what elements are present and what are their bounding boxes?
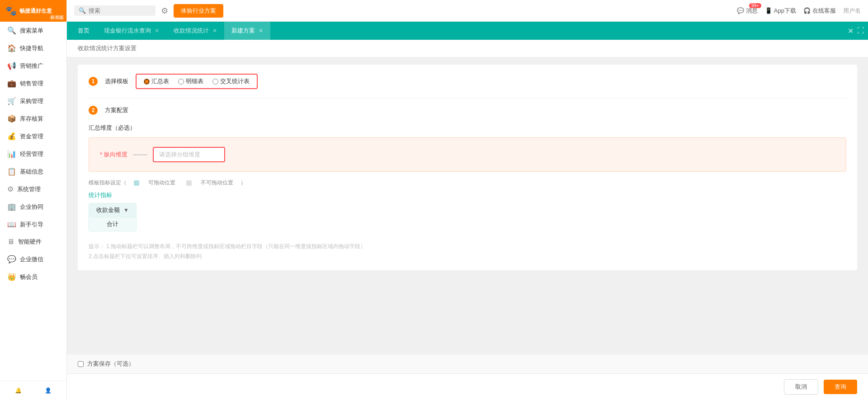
- breadcrumb: 收款情况统计方案设置: [67, 40, 868, 57]
- cancel-button[interactable]: 取消: [784, 379, 818, 395]
- metrics-header: 收款金额 ▼: [89, 203, 136, 217]
- metrics-section: 模板指标设定（ 可拖动位置 不可拖动位置 ） 统计指标 收款金额 ▼: [89, 179, 846, 233]
- save-label: 方案保存（可选）: [87, 360, 134, 368]
- step1-row: 1 选择模板 汇总表 明细表 交叉统计表: [89, 74, 846, 89]
- sidebar-item-guide[interactable]: 📖 新手引导: [0, 216, 66, 233]
- sidebar-label-finance: 资金管理: [20, 132, 43, 141]
- gear-button[interactable]: ⚙: [161, 6, 168, 16]
- sidebar-label-system: 系统管理: [17, 185, 41, 193]
- management-icon: 📊: [7, 150, 16, 158]
- sidebar-item-purchase[interactable]: 🛒 采购管理: [0, 92, 66, 110]
- home-icon: 🏠: [7, 44, 16, 52]
- sidebar-item-search[interactable]: 🔍 搜索菜单: [0, 22, 66, 39]
- sidebar-item-basic[interactable]: 📋 基础信息: [0, 163, 66, 180]
- search-icon: 🔍: [7, 26, 16, 35]
- nav-tabs: 首页 现金银行流水查询 ✕ 收款情况统计 ✕ 新建方案 ✕ ✕ ⛶: [67, 22, 868, 40]
- radio-detail-label: 明细表: [186, 77, 203, 85]
- vertical-label: * 纵向维度: [100, 151, 127, 159]
- sidebar-item-finance[interactable]: 💰 资金管理: [0, 127, 66, 145]
- sidebar-footer: 🔔 👤: [0, 381, 66, 400]
- dimension-row: * 纵向维度 —— 请选择分组维度: [100, 147, 835, 162]
- download-label: App下载: [774, 7, 796, 15]
- main-area: 🔍 ⚙ 体验行业方案 💬 消息 99+ 📱 App下载 🎧 在线客服 用户名 首…: [67, 0, 868, 400]
- metrics-label: 统计指标: [89, 191, 846, 199]
- radio-detail[interactable]: 明细表: [178, 77, 203, 85]
- legend-close: ）: [241, 179, 246, 187]
- sidebar-label-management: 经营管理: [20, 150, 43, 158]
- sidebar-label-search: 搜索菜单: [20, 27, 43, 35]
- step2-label: 方案配置: [105, 106, 128, 114]
- marketing-icon: 📢: [7, 61, 16, 70]
- dimension-arrow: ——: [133, 151, 147, 159]
- sidebar-footer-notification[interactable]: 🔔: [4, 385, 33, 396]
- radio-summary[interactable]: 汇总表: [144, 77, 169, 85]
- divider1: [89, 98, 846, 99]
- sidebar-label-home: 快捷导航: [20, 44, 43, 52]
- basic-icon: 📋: [7, 167, 16, 176]
- notification-badge: 99+: [749, 3, 761, 8]
- sidebar-item-hardware[interactable]: 🖥 智能硬件: [0, 233, 66, 250]
- guide-icon: 📖: [7, 220, 16, 229]
- sidebar-label-purchase: 采购管理: [20, 97, 43, 105]
- save-checkbox[interactable]: [78, 361, 84, 367]
- sidebar-item-wechat[interactable]: 💬 企业微信: [0, 250, 66, 268]
- tab-collection[interactable]: 收款情况统计 ✕: [166, 22, 224, 40]
- nav-tabs-actions: ✕ ⛶: [848, 27, 864, 35]
- tab-collection-label: 收款情况统计: [174, 27, 209, 35]
- topbar: 🔍 ⚙ 体验行业方案 💬 消息 99+ 📱 App下载 🎧 在线客服 用户名: [67, 0, 868, 22]
- section-card: 1 选择模板 汇总表 明细表 交叉统计表: [78, 65, 857, 270]
- metrics-table: 收款金额 ▼ 合计: [89, 203, 137, 231]
- sidebar-item-enterprise[interactable]: 🏢 企业协同: [0, 198, 66, 216]
- search-box[interactable]: 🔍: [74, 5, 156, 16]
- metrics-dropdown-icon[interactable]: ▼: [123, 207, 129, 213]
- tab-new-plan-close[interactable]: ✕: [259, 28, 263, 34]
- sidebar-footer-user[interactable]: 👤: [33, 385, 63, 396]
- dimension-config: 汇总维度（必选） * 纵向维度 —— 请选择分组维度 模: [89, 124, 846, 261]
- dimension-area: * 纵向维度 —— 请选择分组维度: [89, 137, 846, 172]
- sidebar-item-member[interactable]: 👑 畅会员: [0, 268, 66, 286]
- sidebar: 🐾 畅捷通好生意 标准版 🔍 搜索菜单 🏠 快捷导航 📢 营销推广 💼 销售管理…: [0, 0, 67, 400]
- purchase-icon: 🛒: [7, 97, 16, 105]
- trial-button[interactable]: 体验行业方案: [174, 4, 223, 18]
- tab-bank-flow-close[interactable]: ✕: [155, 28, 159, 34]
- enterprise-icon: 🏢: [7, 202, 16, 211]
- tab-bank-flow-label: 现金银行流水查询: [104, 27, 151, 35]
- tip-row-2: 2.点击标题栏下拉可设置排序、插入列和删除列: [89, 252, 846, 262]
- tab-collection-close[interactable]: ✕: [212, 28, 217, 34]
- tab-home[interactable]: 首页: [71, 22, 97, 40]
- sidebar-label-marketing: 营销推广: [20, 62, 43, 70]
- step1-label: 选择模板: [105, 77, 128, 85]
- hardware-icon: 🖥: [7, 238, 14, 246]
- nav-close-icon[interactable]: ✕: [848, 27, 854, 35]
- sidebar-item-management[interactable]: 📊 经营管理: [0, 145, 66, 163]
- dimension-select[interactable]: 请选择分组维度: [153, 147, 225, 162]
- search-input[interactable]: [89, 7, 143, 14]
- app-name: 畅捷通好生意: [19, 8, 52, 14]
- tab-new-plan-label: 新建方案: [231, 27, 255, 35]
- sidebar-item-sales[interactable]: 💼 销售管理: [0, 75, 66, 92]
- tab-bank-flow[interactable]: 现金银行流水查询 ✕: [97, 22, 166, 40]
- radio-cross[interactable]: 交叉统计表: [212, 77, 250, 85]
- download-button[interactable]: 📱 App下载: [765, 7, 796, 15]
- download-icon: 📱: [765, 7, 772, 14]
- service-button[interactable]: 🎧 在线客服: [803, 7, 836, 15]
- logo-icon: 🐾: [5, 5, 17, 16]
- query-button[interactable]: 查询: [824, 380, 857, 394]
- fixed-dot: [186, 180, 192, 186]
- tab-new-plan[interactable]: 新建方案 ✕: [224, 22, 270, 40]
- template-options: 汇总表 明细表 交叉统计表: [136, 74, 258, 89]
- tip-text-1: 提示： 1.拖动标题栏可以调整布局，不可跨维度或指标区域拖动栏目字段（只能在同一…: [89, 242, 366, 252]
- sidebar-label-member: 畅会员: [20, 273, 38, 281]
- notification-button[interactable]: 💬 消息 99+: [737, 7, 758, 15]
- sidebar-label-guide: 新手引导: [20, 221, 43, 229]
- sidebar-item-home[interactable]: 🏠 快捷导航: [0, 39, 66, 57]
- sidebar-item-system[interactable]: ⚙ 系统管理: [0, 180, 66, 198]
- sidebar-item-inventory[interactable]: 📦 库存核算: [0, 110, 66, 127]
- metrics-total-cell: 合计: [89, 217, 136, 231]
- metrics-col-label: 收款金额: [96, 206, 120, 214]
- sidebar-item-marketing[interactable]: 📢 营销推广: [0, 57, 66, 75]
- wechat-icon: 💬: [7, 255, 16, 264]
- service-label: 在线客服: [812, 7, 836, 15]
- radio-cross-label: 交叉统计表: [220, 77, 250, 85]
- nav-expand-icon[interactable]: ⛶: [857, 27, 864, 35]
